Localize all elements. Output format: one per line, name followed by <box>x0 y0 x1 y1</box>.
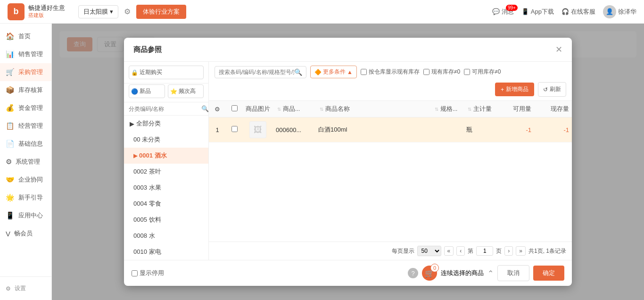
col-header-unit: ⇅ 主计量 <box>463 101 496 117</box>
cat-0010[interactable]: 0010 家电 <box>124 244 208 260</box>
next-page-btn[interactable]: › <box>504 246 513 256</box>
sidebar-item-sales[interactable]: 📊 销售管理 <box>0 45 51 63</box>
show-disabled-checkbox[interactable]: 显示停用 <box>132 269 164 277</box>
experience-btn[interactable]: 体验行业方案 <box>136 5 186 19</box>
table-row[interactable]: 1 🖼 000600... 白酒100ml <box>209 117 572 142</box>
sidebar-label-inventory: 库存核算 <box>18 86 43 94</box>
user-area[interactable]: 👤 徐泽华 <box>603 5 636 18</box>
cat-0003[interactable]: 0003 水果 <box>124 180 208 196</box>
purchase-icon: 🛒 <box>6 68 15 76</box>
product-search-icon[interactable]: 🔍 <box>294 68 302 76</box>
sidebar-label-basic: 基础信息 <box>18 140 43 148</box>
settings-col-icon[interactable]: ⚙ <box>215 106 220 113</box>
cat-0001[interactable]: ▶ 0001 酒水 <box>124 148 208 164</box>
product-table-wrap: ⚙ 商品图片 <box>209 101 572 242</box>
col-name-label: 商品名称 <box>325 105 350 112</box>
brand-sub: 搭建版 <box>28 12 65 19</box>
brand-name: 畅捷通好生意 <box>28 4 65 12</box>
help-icon-btn[interactable]: ? <box>408 268 418 278</box>
sort-icon-code[interactable]: ⇅ <box>277 107 281 112</box>
available-stock-input[interactable] <box>423 69 429 75</box>
warehouse-checkbox-input[interactable] <box>361 69 367 75</box>
cat-0008[interactable]: 0008 水 <box>124 228 208 244</box>
col-code-label: 商品... <box>283 105 300 112</box>
total-info: 共1页, 1条记录 <box>528 247 566 255</box>
product-table: ⚙ 商品图片 <box>209 101 572 142</box>
col-header-code: ⇅ 商品... <box>273 101 315 117</box>
message-btn[interactable]: 💬 消息 99+ <box>492 8 514 16</box>
store-selector[interactable]: 日太阳膜 ▾ <box>78 5 118 18</box>
sidebar-label-operation: 经营管理 <box>18 122 43 130</box>
collapse-icon[interactable]: ⌃ <box>487 269 494 278</box>
frequent-btn[interactable]: ⭐ 频次高 <box>168 84 204 98</box>
available-stock-checkbox[interactable]: 现有库存≠0 <box>423 68 460 76</box>
sidebar-item-inventory[interactable]: 📦 库存核算 <box>0 81 51 99</box>
cart-count-badge: 0 <box>430 264 439 272</box>
cat-00[interactable]: 00 未分类 <box>124 132 208 148</box>
gear-button[interactable]: ⚙ <box>124 7 131 16</box>
cat-0005[interactable]: 0005 饮料 <box>124 212 208 228</box>
sidebar-item-system[interactable]: ⚙ 系统管理 <box>0 153 51 171</box>
usable-stock-checkbox[interactable]: 可用库存≠0 <box>464 68 501 76</box>
sidebar-settings-btn[interactable]: ⚙ 设置 <box>0 281 51 296</box>
cat-0010-label: 0010 家电 <box>133 248 161 256</box>
plus-icon: + <box>501 86 504 93</box>
category-search: 🔍 <box>124 102 208 116</box>
recent-purchase-btn[interactable]: 🔒 近期购买 <box>129 66 204 79</box>
product-thumbnail: 🖼 <box>249 121 266 138</box>
cancel-btn[interactable]: 取消 <box>497 265 529 281</box>
new-product-add-btn[interactable]: + 新增商品 <box>495 83 534 96</box>
table-body: 1 🖼 000600... 白酒100ml <box>209 117 572 142</box>
sort-icon-unit[interactable]: ⇅ <box>468 107 471 112</box>
confirm-btn[interactable]: 确定 <box>533 266 564 281</box>
show-disabled-input[interactable] <box>132 270 138 276</box>
sidebar-label-system: 系统管理 <box>16 158 40 166</box>
online-service-btn[interactable]: 🎧 在线客服 <box>561 8 595 16</box>
prev-page-btn[interactable]: ‹ <box>456 246 465 256</box>
sidebar-label-sales: 销售管理 <box>18 50 43 58</box>
modal-close-button[interactable]: ✕ <box>555 44 562 55</box>
show-disabled-label: 显示停用 <box>140 269 164 277</box>
cat-0004[interactable]: 0004 零食 <box>124 196 208 212</box>
cat-0002[interactable]: 0002 茶叶 <box>124 164 208 180</box>
settings-gear-icon: ⚙ <box>6 285 11 292</box>
warehouse-display-checkbox[interactable]: 按仓库显示现有库存 <box>361 68 420 76</box>
sidebar-item-enterprise[interactable]: 🤝 企业协同 <box>0 171 51 189</box>
cat-all[interactable]: ▶ 全部分类 <box>124 116 208 132</box>
col-header-spec: ⇅ 规格... <box>430 101 463 117</box>
sidebar-item-operation[interactable]: 📋 经营管理 <box>0 117 51 135</box>
sidebar-label-home: 首页 <box>18 32 31 41</box>
category-search-icon[interactable]: 🔍 <box>201 105 209 112</box>
new-product-btn[interactable]: 🔵 新品 <box>129 84 165 98</box>
usable-stock-input[interactable] <box>464 69 470 75</box>
more-filter-btn[interactable]: 🔶 更多条件 ▲ <box>310 66 357 78</box>
app-download-btn[interactable]: 📱 App下载 <box>521 8 554 16</box>
row-checkbox[interactable] <box>231 126 238 132</box>
select-all-checkbox[interactable] <box>231 105 238 111</box>
sidebar-item-apps[interactable]: 📱 应用中心 <box>0 207 51 225</box>
sidebar-label-purchase: 采购管理 <box>18 68 43 76</box>
page-size-select[interactable]: 50 10 20 100 <box>417 246 441 256</box>
cart-button[interactable]: 🛒 0 <box>422 266 437 281</box>
sidebar-item-basic[interactable]: 📄 基础信息 <box>0 135 51 153</box>
cat-0001-arrow: ▶ <box>133 153 137 159</box>
sort-icon-name[interactable]: ⇅ <box>320 107 323 112</box>
first-page-btn[interactable]: « <box>444 246 454 256</box>
sidebar-item-purchase[interactable]: 🛒 采购管理 <box>0 63 51 81</box>
last-page-btn[interactable]: » <box>516 246 526 256</box>
refresh-btn[interactable]: ↺ 刷新 <box>538 82 566 97</box>
cat-all-label: 全部分类 <box>136 119 161 128</box>
cat-0003-label: 0003 水果 <box>133 183 161 192</box>
product-search-input[interactable] <box>219 69 294 75</box>
headset-icon: 🎧 <box>561 8 569 15</box>
sidebar-item-home[interactable]: 🏠 首页 <box>0 27 51 45</box>
new-icon: 🔵 <box>131 88 138 95</box>
sort-icon-spec[interactable]: ⇅ <box>435 107 438 112</box>
current-page-input[interactable] <box>476 246 493 256</box>
category-search-input[interactable] <box>129 106 199 112</box>
sidebar-item-finance[interactable]: 💰 资金管理 <box>0 99 51 117</box>
sidebar-item-guide[interactable]: 🌟 新手引导 <box>0 189 51 207</box>
expand-icon: ▶ <box>130 120 134 127</box>
message-badge: 99+ <box>506 5 518 11</box>
sidebar-item-member[interactable]: V 畅会员 <box>0 225 51 242</box>
